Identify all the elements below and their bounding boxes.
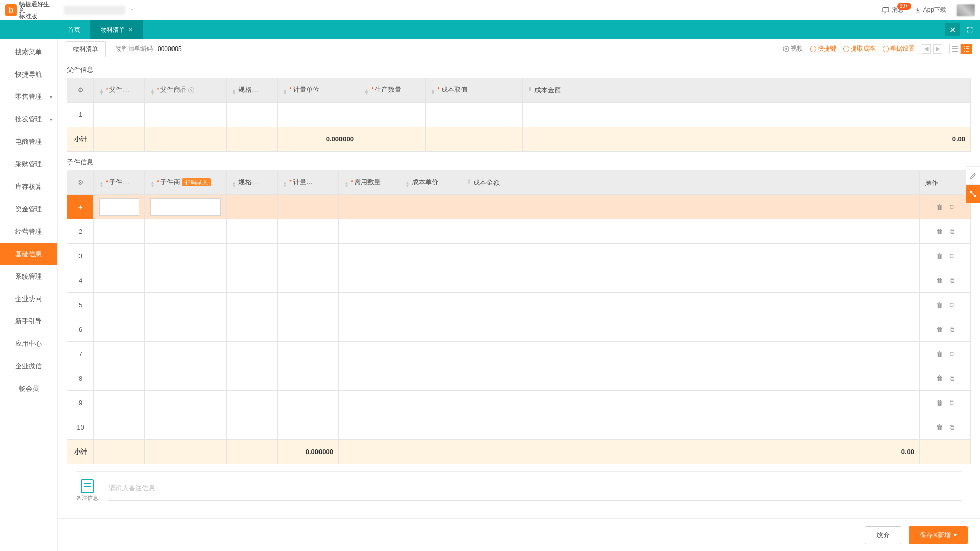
cell[interactable] [400,293,461,317]
company-selector[interactable]: ﹀ [64,6,135,15]
fullscreen-icon[interactable] [963,23,977,36]
table-row[interactable]: +🗑⧉ [67,195,971,219]
rail-edit-button[interactable] [966,166,980,185]
sidebar-item-member[interactable]: 畅会员 [0,378,57,400]
cell[interactable] [227,317,278,342]
close-icon[interactable]: ✕ [128,27,133,33]
cell[interactable] [227,103,278,127]
discard-button[interactable]: 放弃 [865,526,901,544]
doc-setting-link[interactable]: 单据设置 [883,44,915,53]
copy-icon[interactable]: ⧉ [950,252,954,260]
cell[interactable] [400,366,461,391]
delete-icon[interactable]: 🗑 [936,423,943,432]
cell[interactable] [461,415,920,440]
cell[interactable] [400,244,461,268]
cell[interactable] [278,219,339,244]
cell[interactable] [94,317,145,342]
next-button[interactable]: ▶ [933,44,942,54]
cell[interactable] [339,195,400,219]
copy-icon[interactable]: ⧉ [950,399,954,407]
cell[interactable] [461,391,920,415]
cell[interactable] [145,195,227,219]
cell[interactable] [94,293,145,317]
col-spec[interactable]: ▲▼规格… [227,170,278,195]
cell[interactable] [400,342,461,366]
copy-icon[interactable]: ⧉ [950,228,954,236]
cell[interactable] [94,219,145,244]
cell[interactable] [339,366,400,391]
sidebar-item-retail[interactable]: 零售管理▾ [0,86,57,108]
cell[interactable] [145,415,227,440]
cell[interactable] [227,195,278,219]
cell[interactable] [461,293,920,317]
table-row[interactable]: 8🗑⧉ [67,366,971,391]
add-row-button[interactable]: + [67,195,94,219]
cell[interactable] [278,415,339,440]
cell[interactable] [400,391,461,415]
extract-cost-link[interactable]: 提取成本 [843,44,875,53]
cell[interactable] [227,342,278,366]
col-parent-code[interactable]: ▲▼父件… [94,78,145,103]
cell[interactable] [461,317,920,342]
view-form-button[interactable] [961,44,972,54]
tab-bom[interactable]: 物料清单 ✕ [90,20,143,39]
cell[interactable] [145,342,227,366]
cell[interactable] [145,103,227,127]
cell[interactable] [94,244,145,268]
cell[interactable] [426,103,523,127]
delete-icon[interactable]: 🗑 [936,252,943,260]
sidebar-item-guide[interactable]: 新手引导 [0,310,57,333]
cell[interactable] [278,342,339,366]
cell[interactable] [145,244,227,268]
copy-icon[interactable]: ⧉ [950,350,954,358]
avatar[interactable] [957,4,975,16]
cell[interactable] [145,317,227,342]
col-gear[interactable]: ⚙ [67,78,94,103]
table-row[interactable]: 9🗑⧉ [67,391,971,415]
cell[interactable] [359,103,426,127]
tabbar-close-button[interactable]: ✕ [945,23,960,36]
messages-button[interactable]: 消息 99+ [881,6,904,14]
cell[interactable] [278,195,339,219]
cell[interactable] [339,415,400,440]
cell[interactable] [461,219,920,244]
cell[interactable] [339,391,400,415]
cell[interactable] [94,342,145,366]
copy-icon[interactable]: ⧉ [950,374,954,383]
cell[interactable] [400,219,461,244]
shortcut-link[interactable]: 快捷键 [810,44,836,53]
cell[interactable] [461,366,920,391]
child-product-input[interactable] [150,198,221,216]
cell[interactable] [461,195,920,219]
delete-icon[interactable]: 🗑 [936,203,943,211]
delete-icon[interactable]: 🗑 [936,277,943,285]
cell[interactable] [278,293,339,317]
cell[interactable] [523,103,971,127]
cell[interactable] [339,244,400,268]
table-row[interactable]: 10🗑⧉ [67,415,971,440]
cell[interactable] [145,293,227,317]
cell[interactable] [400,415,461,440]
table-row[interactable]: 4🗑⧉ [67,268,971,293]
cell[interactable] [227,244,278,268]
subtab-bom[interactable]: 物料清单 [66,41,106,57]
col-spec[interactable]: ▲▼规格… [227,78,278,103]
cell[interactable] [278,317,339,342]
col-unit-price[interactable]: ▲▼成本单价 [400,170,461,195]
cell[interactable] [145,366,227,391]
cell[interactable] [339,342,400,366]
copy-icon[interactable]: ⧉ [950,423,954,432]
cell[interactable] [227,366,278,391]
sidebar-item-funds[interactable]: 资金管理 [0,198,57,220]
col-need-qty[interactable]: ▲▼需用数量 [339,170,400,195]
sidebar-item-basicinfo[interactable]: 基础信息 [0,243,57,265]
cell[interactable] [400,317,461,342]
video-link[interactable]: 视频 [783,44,803,53]
copy-icon[interactable]: ⧉ [950,325,954,334]
table-row[interactable]: 1 [67,103,971,127]
cell[interactable] [227,219,278,244]
cell[interactable] [339,293,400,317]
cell[interactable] [94,103,145,127]
cell[interactable] [278,268,339,293]
col-amount[interactable]: ▲▼成本金额 [461,170,920,195]
